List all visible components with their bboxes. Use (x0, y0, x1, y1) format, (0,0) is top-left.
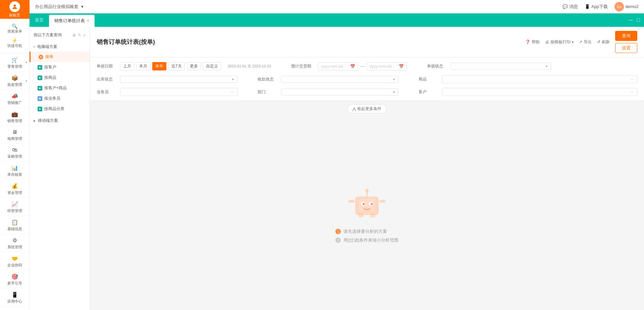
sidebar-item-system[interactable]: ⚙ 系统管理 (0, 234, 29, 252)
scheme-byorder[interactable]: ● 按单 (30, 52, 90, 62)
salesperson-dots-icon: ··· (230, 90, 234, 94)
sidebar-item-operation[interactable]: 📈 经营管理 (0, 198, 29, 216)
download-icon: 📱 (585, 4, 590, 9)
end-date-input[interactable]: yyyy-mm-dd 📅 (367, 62, 407, 70)
inventory-icon: 📊 (11, 165, 18, 171)
scheme-bycustomergoods[interactable]: ■ 按客户+商品 (30, 83, 90, 93)
svg-rect-2 (359, 199, 375, 211)
dropdown-icon[interactable]: ▾ (81, 4, 84, 9)
date-filter-buttons: 上月 本月 本年 近7天 更多 自定义 (120, 62, 221, 70)
message-btn[interactable]: 💬 消息 (562, 4, 578, 10)
quick-nav-btn[interactable]: ⚡ 快捷导航 (0, 36, 29, 50)
sidebar-item-purchase[interactable]: 🛍 采购管理 (0, 144, 29, 161)
bycustomer-icon: ■ (38, 65, 42, 70)
ship-status-select[interactable]: ▾ (120, 76, 237, 83)
date-btn-7days[interactable]: 近7天 (168, 62, 185, 70)
payment-chevron-icon: ▾ (393, 78, 395, 81)
window-maximize-icon[interactable]: □ (637, 17, 640, 23)
settings-button[interactable]: 设置 (615, 43, 637, 53)
scheme-bygoods[interactable]: ■ 按商品 (30, 72, 90, 83)
app-title: 办公用品行业模拟账套 (35, 4, 78, 10)
date-btn-last[interactable]: 上月 (120, 62, 134, 70)
sidebar-item-basic[interactable]: 📋 基础信息 (0, 216, 29, 234)
edit-scheme-icon[interactable]: ✎ (78, 33, 81, 38)
scheme-bysales[interactable]: ▦ 按业务员 (30, 93, 90, 104)
svg-point-5 (363, 203, 365, 205)
tab-home[interactable]: 首页 (30, 13, 49, 27)
bycategory-icon: ■ (38, 107, 42, 111)
sidebar-item-retail[interactable]: 🛒 零售管理 ▾ (0, 53, 29, 71)
sidebar-item-appcenter[interactable]: 📱 应用中心 (0, 288, 29, 306)
sidebar-item-newuser[interactable]: 🎯 新手引导 (0, 270, 29, 288)
search-menu-btn[interactable]: 🔍 搜索菜单 (0, 21, 29, 36)
date-btn-year[interactable]: 本年 (152, 62, 166, 70)
refresh-btn[interactable]: ↺ 刷新 (597, 39, 610, 45)
export-btn[interactable]: ↗ 导出 (579, 39, 592, 45)
pc-section-title[interactable]: ▾ 电脑端方案 (30, 42, 90, 52)
payment-status-select[interactable]: ▾ (281, 76, 398, 83)
date-btn-more[interactable]: 更多 (187, 62, 201, 70)
sidebar-item-sales[interactable]: 💼 销售管理 (0, 108, 29, 126)
date-btn-custom[interactable]: 自定义 (203, 62, 221, 70)
sidebar-item-marketing[interactable]: 📣 营销推广 (0, 90, 29, 108)
goods-input[interactable]: ··· (442, 75, 637, 83)
payment-status-label: 收款状态 (258, 76, 274, 82)
salesperson-input[interactable]: ··· (120, 88, 237, 96)
app-download-btn[interactable]: 📱 App下载 (585, 4, 608, 10)
window-minimize-icon[interactable]: ─ (629, 17, 633, 23)
help-btn[interactable]: ❓ 帮助 (525, 39, 540, 45)
user-profile-btn[interactable]: Ea demo2 (614, 2, 639, 11)
customer-input[interactable]: ··· (442, 88, 637, 96)
appcenter-icon: 📱 (11, 292, 18, 298)
mobile-section[interactable]: ▶ 移动端方案 (30, 115, 90, 126)
top-bar: 办公用品行业模拟账套 ▾ 💬 消息 📱 App下载 Ea demo2 (30, 0, 644, 13)
section-expand-icon: ▾ (34, 45, 35, 49)
byorder-icon: ● (39, 55, 43, 59)
bygoods-icon: ■ (38, 75, 42, 80)
sidebar-item-finance[interactable]: 💰 资金管理 (0, 179, 29, 198)
tab-close-icon[interactable]: × (87, 18, 89, 23)
sidebar-item-inventory[interactable]: 📊 库存核算 (0, 161, 29, 179)
refresh-icon: ↺ (597, 40, 600, 44)
dept-select[interactable]: ▾ (281, 89, 398, 96)
sidebar-item-ecommerce[interactable]: 🖥 电商管理 (0, 126, 29, 144)
retail-icon: 🛒 (11, 57, 18, 63)
logo-icon (9, 1, 20, 12)
print-btn[interactable]: 🖨 按模板打印 ▾ (545, 39, 574, 45)
empty-illustration (347, 182, 387, 222)
ship-chevron-icon: ▾ (232, 78, 234, 81)
collapse-btn[interactable]: ⋀ 收起更多条件 (347, 104, 386, 113)
tab-bar: 首页 销售订单统计表 × ─ □ (30, 13, 644, 27)
tip-2: 2 用[过滤]条件来缩小分析范围 (335, 237, 398, 243)
empty-tips: 1 请先选择要分析的方案 2 用[过滤]条件来缩小分析范围 (335, 228, 398, 243)
scheme-bycategory[interactable]: ■ 按商品分类 (30, 104, 90, 114)
basic-icon: 📋 (11, 219, 18, 225)
sidebar: 标账页 🔍 搜索菜单 ⚡ 快捷导航 🛒 零售管理 ▾ 📦 批发管理 ▴ 📣 营销… (0, 0, 30, 310)
add-scheme-icon[interactable]: ⊕ (72, 33, 76, 38)
sidebar-item-enterprise[interactable]: 🤝 企业协同 (0, 252, 29, 270)
collapse-panel-icon[interactable]: « (83, 33, 86, 38)
goods-dots-icon: ··· (630, 77, 634, 82)
customer-dots-icon: ··· (630, 90, 634, 94)
marketing-icon: 📣 (11, 93, 18, 99)
scheme-bycustomer[interactable]: ■ 按客户 (30, 62, 90, 72)
order-status-select[interactable]: ▾ (450, 63, 551, 70)
bysales-icon: ▦ (38, 96, 42, 101)
sidebar-item-wholesale[interactable]: 📦 批发管理 ▴ (0, 71, 29, 90)
query-button[interactable]: 查询 (615, 31, 637, 41)
tab-bar-actions: ─ □ (629, 17, 640, 23)
tab-sales-order[interactable]: 销售订单统计表 × (49, 15, 95, 27)
start-date-input[interactable]: yyyy-mm-dd 📅 (318, 62, 358, 70)
query-buttons: 查询 设置 (615, 31, 637, 53)
ecommerce-icon: 🖥 (12, 129, 17, 135)
sidebar-nav: 🛒 零售管理 ▾ 📦 批发管理 ▴ 📣 营销推广 💼 销售管理 🖥 电商管理 🛍… (0, 53, 29, 310)
purchase-icon: 🛍 (12, 147, 17, 153)
date-btn-current[interactable]: 本月 (136, 62, 150, 70)
filter-row-1: 单据日期 上月 本月 本年 近7天 更多 自定义 2023-01-01 至 20… (97, 62, 637, 70)
print-dropdown-icon[interactable]: ▾ (572, 40, 574, 44)
sidebar-item-corpwechat[interactable]: 💬 企业微信 (0, 306, 29, 310)
expected-date-label: 预计交货期 (291, 63, 311, 69)
svg-point-10 (365, 189, 369, 192)
main-area: 办公用品行业模拟账套 ▾ 💬 消息 📱 App下载 Ea demo2 首页 销售… (30, 0, 644, 310)
pc-section: ▾ 电脑端方案 ● 按单 ■ 按客户 ■ 按商品 ■ 按客户+商品 (30, 42, 90, 114)
